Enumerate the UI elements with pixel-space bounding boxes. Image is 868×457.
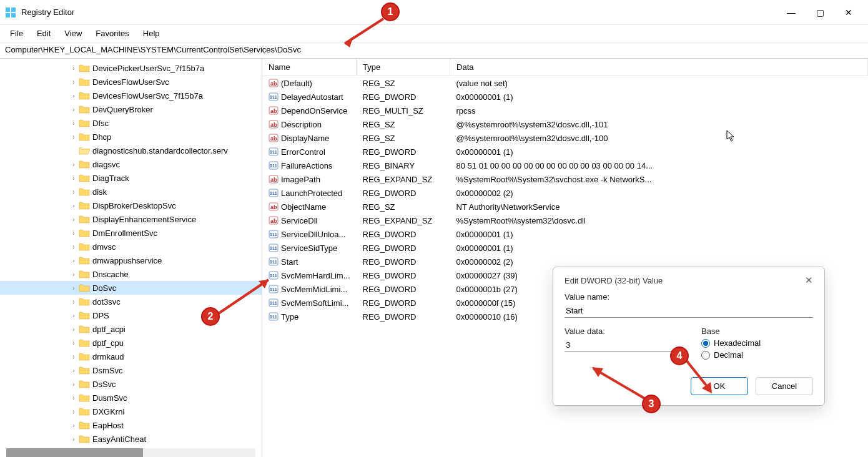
annotation-arrows	[0, 0, 868, 457]
svg-line-42	[219, 280, 269, 313]
annotation-badge-2: 2	[201, 307, 220, 326]
svg-line-44	[593, 368, 644, 398]
annotation-badge-4: 4	[670, 346, 689, 365]
annotation-badge-3: 3	[642, 395, 661, 413]
annotation-badge-1: 1	[381, 2, 400, 21]
